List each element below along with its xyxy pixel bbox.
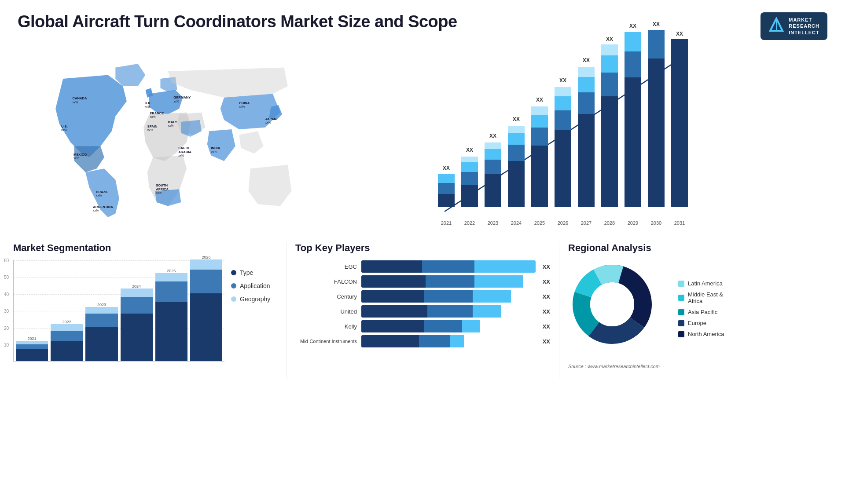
svg-text:xx%: xx% bbox=[96, 194, 102, 197]
legend-europe: Europe bbox=[678, 320, 724, 326]
segmentation-section: Market Segmentation 60 50 40 30 20 bbox=[13, 242, 286, 379]
svg-rect-88 bbox=[648, 58, 665, 207]
player-value-falcon: XX bbox=[543, 278, 550, 285]
bar-seg1 bbox=[361, 260, 422, 273]
europe-color bbox=[678, 320, 684, 326]
middle-east-color bbox=[678, 295, 684, 301]
bar-seg1 bbox=[361, 275, 426, 288]
bar-seg2 bbox=[422, 260, 474, 273]
svg-text:2024: 2024 bbox=[511, 220, 522, 226]
svg-text:CHINA: CHINA bbox=[239, 101, 250, 105]
svg-rect-77 bbox=[601, 96, 618, 207]
player-name-century: Century bbox=[295, 293, 357, 300]
regional-section: Regional Analysis bbox=[559, 242, 832, 379]
bar-seg2 bbox=[426, 275, 474, 288]
svg-text:2027: 2027 bbox=[581, 220, 592, 226]
player-name-falcon: FALCON bbox=[295, 278, 357, 285]
asia-pacific-color bbox=[678, 309, 684, 315]
svg-text:CANADA: CANADA bbox=[72, 96, 87, 100]
svg-text:ITALY: ITALY bbox=[168, 120, 177, 124]
legend-application-label: Application bbox=[240, 282, 270, 289]
legend-geography: Geography bbox=[231, 296, 279, 303]
svg-text:XX: XX bbox=[653, 21, 660, 27]
bar-seg2 bbox=[427, 305, 473, 318]
svg-text:xx%: xx% bbox=[156, 191, 162, 194]
svg-rect-55 bbox=[508, 133, 525, 145]
bar-seg3 bbox=[462, 320, 480, 332]
svg-text:JAPAN: JAPAN bbox=[265, 117, 276, 121]
svg-rect-92 bbox=[671, 39, 688, 207]
regional-content: Latin America Middle East &Africa Asia P… bbox=[568, 260, 832, 357]
svg-rect-56 bbox=[508, 126, 525, 133]
svg-text:xx%: xx% bbox=[211, 150, 217, 153]
player-value-united: XX bbox=[543, 308, 550, 315]
svg-rect-72 bbox=[578, 92, 595, 114]
player-row-midcontinent: Mid-Continent Instruments XX bbox=[295, 335, 550, 347]
bar-seg2 bbox=[424, 290, 473, 303]
svg-text:xx%: xx% bbox=[239, 105, 245, 108]
player-bar-united bbox=[361, 305, 536, 318]
player-row-united: United XX bbox=[295, 305, 550, 318]
svg-text:xx%: xx% bbox=[73, 157, 79, 160]
player-name-united: United bbox=[295, 308, 357, 315]
svg-text:xx%: xx% bbox=[147, 128, 153, 131]
svg-text:U.K.: U.K. bbox=[145, 101, 151, 105]
logo-m-icon bbox=[768, 17, 784, 36]
svg-text:2029: 2029 bbox=[628, 220, 638, 226]
bar-seg3 bbox=[450, 335, 464, 347]
growth-chart-section: XX 2021 XX 2022 XX 2023 XX 2024 bbox=[422, 44, 832, 234]
svg-rect-84 bbox=[625, 51, 641, 77]
svg-text:xx%: xx% bbox=[145, 105, 151, 108]
svg-text:2031: 2031 bbox=[674, 220, 685, 226]
svg-rect-37 bbox=[438, 183, 455, 194]
svg-rect-62 bbox=[531, 106, 548, 115]
svg-text:xx%: xx% bbox=[61, 128, 67, 131]
bar-seg2 bbox=[419, 335, 450, 347]
svg-rect-65 bbox=[555, 130, 571, 207]
logo-area: MARKET RESEARCH INTELLECT bbox=[760, 12, 827, 40]
svg-text:ARGENTINA: ARGENTINA bbox=[93, 205, 113, 209]
svg-rect-61 bbox=[531, 115, 548, 128]
svg-rect-49 bbox=[485, 149, 501, 160]
latin-america-label: Latin America bbox=[688, 280, 723, 287]
svg-rect-79 bbox=[601, 55, 618, 73]
bar-seg3 bbox=[474, 275, 523, 288]
bar-seg2 bbox=[424, 320, 462, 332]
legend-asia-pacific: Asia Pacific bbox=[678, 309, 724, 315]
svg-text:XX: XX bbox=[559, 77, 566, 84]
svg-text:GERMANY: GERMANY bbox=[173, 95, 191, 99]
player-row-egc: EGC XX bbox=[295, 260, 550, 273]
player-row-kelly: Kelly XX bbox=[295, 320, 550, 332]
svg-rect-66 bbox=[555, 110, 571, 130]
svg-rect-50 bbox=[485, 142, 501, 149]
player-value-egc: XX bbox=[543, 263, 550, 270]
player-bar-century bbox=[361, 290, 536, 303]
svg-text:BRAZIL: BRAZIL bbox=[96, 190, 108, 194]
svg-rect-43 bbox=[461, 162, 478, 172]
svg-text:2023: 2023 bbox=[488, 220, 498, 226]
regional-legend: Latin America Middle East &Africa Asia P… bbox=[678, 280, 724, 337]
players-list: EGC XX FALCON XX Century bbox=[295, 260, 550, 347]
player-row-falcon: FALCON XX bbox=[295, 275, 550, 288]
svg-text:xx%: xx% bbox=[178, 154, 184, 157]
svg-text:MEXICO: MEXICO bbox=[73, 153, 87, 157]
player-name-egc: EGC bbox=[295, 263, 357, 270]
legend-latin-america: Latin America bbox=[678, 280, 724, 287]
page-header: Global Aircraft Turn Coordinators Market… bbox=[0, 0, 845, 44]
geography-color-dot bbox=[231, 296, 236, 302]
legend-type-label: Type bbox=[240, 269, 253, 276]
svg-rect-44 bbox=[461, 157, 478, 162]
svg-rect-68 bbox=[555, 87, 571, 96]
bar-seg1 bbox=[361, 290, 424, 303]
player-bar-falcon bbox=[361, 275, 536, 288]
svg-rect-71 bbox=[578, 114, 595, 207]
svg-text:AFRICA: AFRICA bbox=[156, 187, 169, 191]
logo-text: MARKET RESEARCH INTELLECT bbox=[789, 17, 819, 36]
asia-pacific-label: Asia Pacific bbox=[688, 309, 717, 315]
bar-seg1 bbox=[361, 305, 427, 318]
svg-text:2025: 2025 bbox=[534, 220, 545, 226]
bar-seg3 bbox=[474, 260, 535, 273]
svg-text:U.S.: U.S. bbox=[61, 124, 68, 128]
svg-rect-83 bbox=[625, 77, 641, 207]
svg-rect-42 bbox=[461, 172, 478, 185]
